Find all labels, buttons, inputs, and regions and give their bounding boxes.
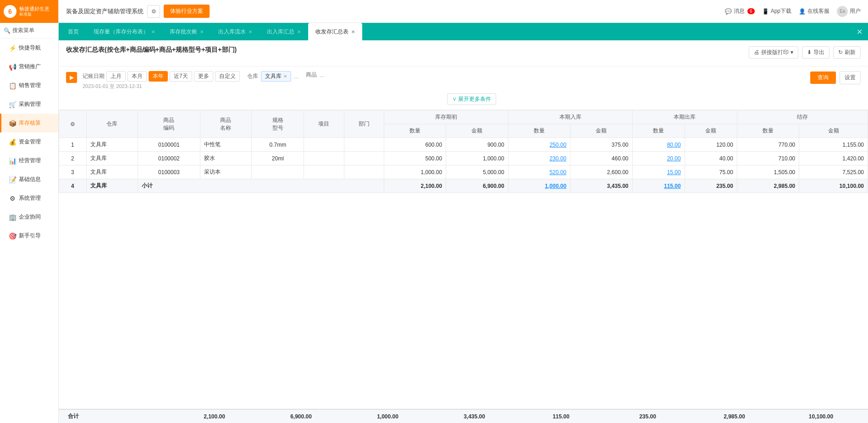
date-btn-this-year[interactable]: 本年 (149, 71, 168, 82)
col-settings-header[interactable]: ⚙ (59, 110, 87, 138)
inventory-icon: 📦 (9, 120, 16, 127)
sidebar-item-system[interactable]: ⚙ 系统管理 (0, 189, 58, 208)
subtotal-warehouse: 文具库 (86, 179, 138, 193)
tab-recv-send-summary-close[interactable]: ✕ (351, 29, 355, 34)
sidebar-item-quick-nav[interactable]: ⚡ 快捷导航 (0, 38, 58, 57)
sidebar-item-sales[interactable]: 📋 销售管理 (0, 76, 58, 95)
row-project (304, 138, 344, 152)
row-open-qty: 500.00 (384, 152, 446, 165)
warehouse-tag-text: 文具库 (265, 72, 282, 80)
topbar-right: 💬 消息 6 📱 App下载 👤 在线客服 Ea 用户 (725, 6, 861, 17)
row-goods-spec: 0.7mm (252, 138, 304, 152)
row-goods-spec: 20ml (252, 152, 304, 165)
row-no: 1 (59, 138, 87, 152)
tab-in-out-summary-close[interactable]: ✕ (297, 29, 301, 34)
query-button[interactable]: 查询 (810, 71, 836, 84)
subtotal-out-qty[interactable]: 115.00 (632, 179, 685, 193)
row-out-qty[interactable]: 20.00 (632, 152, 685, 165)
print-button[interactable]: 🖨 拼接版打印 ▾ (749, 46, 798, 59)
row-dept (344, 165, 384, 179)
tab-batch-close[interactable]: ✕ (200, 29, 204, 34)
tab-batch[interactable]: 库存批次账 ✕ (162, 23, 211, 40)
total-out-amt: 235.00 (604, 413, 691, 420)
row-out-qty[interactable]: 80.00 (632, 138, 685, 152)
row-project (304, 165, 344, 179)
row-no: 3 (59, 165, 87, 179)
messages-button[interactable]: 💬 消息 6 (725, 7, 755, 15)
row-out-amt: 120.00 (685, 138, 737, 152)
tab-inventory-dist[interactable]: 现存量（库存分布表） ✕ (86, 23, 162, 40)
date-btn-custom[interactable]: 自定义 (215, 71, 240, 82)
sidebar-item-basic[interactable]: 📝 基础信息 (0, 170, 58, 189)
row-in-qty[interactable]: 230.00 (508, 152, 570, 165)
sidebar: 6 畅捷通好生意 标准版 🔍 搜索菜单 ⚡ 快捷导航 📢 营销推广 📋 销售管理… (0, 0, 59, 423)
subtotal-bal-amt: 10,100.00 (799, 179, 868, 193)
col-in-group-header: 本期入库 (508, 110, 632, 124)
footer-values: 2,100.00 6,900.00 1,000.00 3,435.00 115.… (84, 413, 864, 420)
system-title: 装备及固定资产辅助管理系统 (66, 7, 144, 16)
subtotal-open-qty: 2,100.00 (384, 179, 446, 193)
filter-toggle-button[interactable]: ▶ (66, 72, 77, 83)
row-out-amt: 40.00 (685, 152, 737, 165)
row-goods-name: 采访本 (200, 165, 252, 179)
operations-icon: 📊 (9, 157, 16, 165)
expand-conditions-button[interactable]: ∨ 展开更多条件 (447, 93, 496, 105)
user-menu[interactable]: Ea 用户 (837, 6, 861, 17)
user-avatar: Ea (837, 6, 848, 17)
export-button[interactable]: ⬇ 导出 (802, 46, 829, 59)
row-out-qty[interactable]: 15.00 (632, 165, 685, 179)
date-btn-7days[interactable]: 近7天 (170, 71, 192, 82)
warehouse-more[interactable]: ... (294, 73, 299, 80)
tab-inventory-dist-close[interactable]: ✕ (151, 29, 155, 34)
tab-recv-send-summary[interactable]: 收发存汇总表 ✕ (308, 23, 362, 40)
row-in-qty[interactable]: 520.00 (508, 165, 570, 179)
topbar-left: 装备及固定资产辅助管理系统 ⚙ 体验行业方案 (66, 5, 210, 18)
subtotal-open-amt: 6,900.00 (446, 179, 508, 193)
warehouse-tag-close[interactable]: ✕ (283, 74, 287, 79)
logo-text: 畅捷通好生意 标准版 (19, 5, 50, 17)
row-in-qty[interactable]: 250.00 (508, 138, 570, 152)
sidebar-item-finance[interactable]: 💰 资金管理 (0, 132, 58, 151)
tab-in-out-flow-close[interactable]: ✕ (249, 29, 252, 34)
row-in-amt: 375.00 (570, 138, 632, 152)
subtotal-out-amt: 235.00 (685, 179, 737, 193)
goods-more[interactable]: ... (320, 72, 324, 78)
sidebar-item-purchase[interactable]: 🛒 采购管理 (0, 95, 58, 114)
row-open-amt: 5,000.00 (446, 165, 508, 179)
online-service-button[interactable]: 👤 在线客服 (799, 7, 829, 15)
tab-in-out-summary[interactable]: 出入库汇总 ✕ (260, 23, 308, 40)
main-area: 装备及固定资产辅助管理系统 ⚙ 体验行业方案 💬 消息 6 📱 App下载 👤 … (59, 0, 868, 423)
sidebar-item-operations[interactable]: 📊 经营管理 (0, 151, 58, 170)
sidebar-item-guide[interactable]: 🎯 新手引导 (0, 226, 58, 245)
sidebar-item-label: 库存核算 (19, 119, 41, 127)
topbar-settings-button[interactable]: ⚙ (147, 5, 160, 18)
subtotal-in-amt: 3,435.00 (570, 179, 632, 193)
tab-in-out-flow[interactable]: 出入库流水 ✕ (211, 23, 260, 40)
sidebar-item-marketing[interactable]: 📢 营销推广 (0, 57, 58, 76)
sidebar-item-inventory[interactable]: 📦 库存核算 (0, 114, 58, 132)
tabbar-close-all[interactable]: ✕ (853, 27, 866, 36)
subtotal-in-qty[interactable]: 1,000.00 (508, 179, 570, 193)
row-project (304, 152, 344, 165)
sidebar-item-enterprise[interactable]: 🏢 企业协同 (0, 208, 58, 226)
data-table: ⚙ 仓库 商品编码 商品名称 规格型号 项目 部门 库存期初 本期入库 本期出库… (59, 110, 868, 193)
col-balance-group-header: 结存 (737, 110, 868, 124)
tab-home[interactable]: 首页 (61, 23, 86, 40)
date-btn-last-month[interactable]: 上月 (106, 71, 126, 82)
try-industry-button[interactable]: 体验行业方案 (164, 5, 210, 18)
table-footer: 合计 2,100.00 6,900.00 1,000.00 3,435.00 1… (59, 409, 868, 423)
row-open-amt: 900.00 (446, 138, 508, 152)
print-icon: 🖨 (754, 49, 759, 55)
date-btn-this-month[interactable]: 本月 (127, 71, 147, 82)
date-btn-more[interactable]: 更多 (194, 71, 213, 82)
report-container: 收发存汇总表(按仓库+商品编码+商品+规格型号+项目+部门) 🖨 拼接版打印 ▾… (59, 40, 868, 423)
col-open-amt-header: 金额 (446, 124, 508, 138)
subtotal-label: 小计 (138, 179, 384, 193)
sales-icon: 📋 (9, 82, 16, 89)
sidebar-search[interactable]: 🔍 搜索菜单 (0, 23, 58, 38)
filter-settings-button[interactable]: 设置 (840, 71, 861, 84)
search-icon: 🔍 (4, 27, 11, 34)
warehouse-tag[interactable]: 文具库 ✕ (261, 71, 291, 82)
refresh-button[interactable]: ↻ 刷新 (833, 46, 861, 59)
app-download-button[interactable]: 📱 App下载 (762, 7, 791, 15)
